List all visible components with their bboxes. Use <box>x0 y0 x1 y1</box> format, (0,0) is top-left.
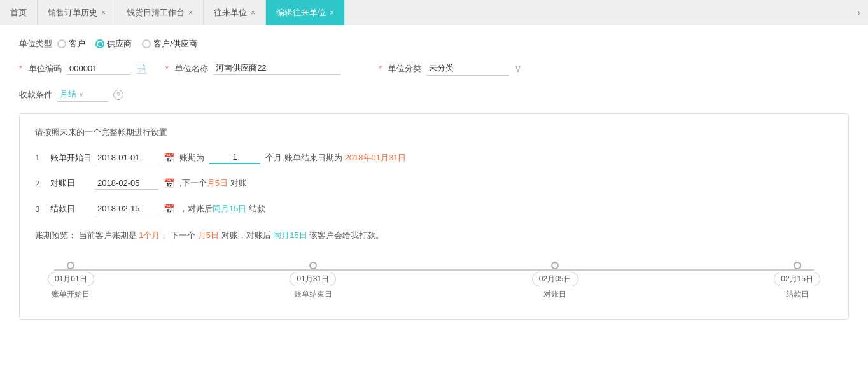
unit-type-field: 单位类型 客户 供应商 客户/供应商 <box>19 38 197 50</box>
unit-code-icon[interactable]: 📄 <box>136 64 146 74</box>
radio-customer-circle <box>57 39 66 48</box>
settle-row-3: 3 结款日 📅 ，对账后 同月15日 结款 <box>35 202 833 215</box>
timeline-dot-4 <box>794 262 801 269</box>
timeline-point-1: 01月01日 账单开始日 <box>48 262 94 300</box>
settlement-section: 请按照未来的一个完整帐期进行设置 1 账单开始日 📅 账期为 个月,账单结束日期… <box>19 113 849 320</box>
unit-code-label: 单位编码 <box>29 63 62 74</box>
timeline-sublabel-3: 对账日 <box>543 289 566 300</box>
preview-label: 账期预览： <box>35 230 76 240</box>
close-tab-edit-partner[interactable]: × <box>330 8 334 17</box>
settle-label-3: 结款日 <box>50 203 95 215</box>
unit-info-row: * 单位编码 📄 * 单位名称 * 单位分类 未分类 ∨ <box>19 61 849 76</box>
unit-category-value: 未分类 <box>429 62 454 74</box>
timeline-sublabel-4: 结款日 <box>786 289 809 300</box>
settle-row-2: 2 对账日 📅 ,下一个 月5日 对账 <box>35 177 833 190</box>
settle-label-2: 对账日 <box>50 178 95 189</box>
timeline-sublabel-1: 账单开始日 <box>52 289 90 300</box>
preview-text-1: 当前客户账期是 <box>79 230 137 240</box>
settle-date-input-1[interactable] <box>95 151 158 164</box>
tab-cash-work[interactable]: 钱货日清工作台 × <box>116 0 204 25</box>
close-tab-sales-history[interactable]: × <box>101 8 106 17</box>
settle-cal-icon-2[interactable]: 📅 <box>164 178 174 188</box>
timeline-container: 01月01日 账单开始日 01月31日 账单结束日 02月05日 对账日 <box>35 255 833 306</box>
unit-type-label: 单位类型 <box>19 38 52 50</box>
payment-term-value: 月结 <box>60 88 76 100</box>
main-content: 单位类型 客户 供应商 客户/供应商 * 单位编码 <box>0 25 868 387</box>
settle-date-input-2[interactable] <box>95 177 158 190</box>
unit-code-input[interactable] <box>67 62 130 75</box>
unit-category-label: 单位分类 <box>388 63 421 74</box>
help-icon[interactable]: ? <box>113 90 123 100</box>
timeline-point-4: 02月15日 结款日 <box>774 262 820 300</box>
unit-name-label: 单位名称 <box>175 63 208 74</box>
settle-prefix-2: ,下一个 <box>179 178 207 189</box>
settle-highlight-1: 2018年01月31日 <box>345 152 407 164</box>
preview-text-4: 该客户会给我打款。 <box>309 230 384 240</box>
settle-highlight-2: 月5日 <box>207 178 228 189</box>
preview-highlight-1: 1个月， <box>139 230 168 240</box>
timeline-label-3: 02月05日 <box>532 272 578 286</box>
settle-date-input-3[interactable] <box>95 202 158 215</box>
preview-text-3: 对账，对账后 <box>221 230 271 240</box>
payment-term-select[interactable]: 月结 ∨ <box>57 87 108 102</box>
preview-highlight-2: 月5日 <box>198 230 219 240</box>
settle-prefix-3: ，对账后 <box>179 203 213 215</box>
radio-customer[interactable]: 客户 <box>57 38 85 50</box>
timeline-label-2: 01月31日 <box>290 272 336 286</box>
settle-highlight-3: 同月15日 <box>213 203 246 215</box>
preview-text-block: 账期预览： 当前客户账期是 1个月， 下一个 月5日 对账，对账后 同月15日 … <box>35 228 833 243</box>
tab-sales-history[interactable]: 销售订单历史 × <box>38 0 116 25</box>
timeline-point-3: 02月05日 对账日 <box>532 262 578 300</box>
preview-text-2: 下一个 <box>171 230 195 240</box>
radio-supplier-circle <box>95 39 104 48</box>
unit-name-input[interactable] <box>213 62 340 75</box>
settle-num-3: 3 <box>35 204 50 214</box>
radio-both[interactable]: 客户/供应商 <box>142 38 197 50</box>
payment-term-row: 收款条件 月结 ∨ ? <box>19 87 849 102</box>
close-tab-cash-work[interactable]: × <box>188 8 193 17</box>
settle-cal-icon-3[interactable]: 📅 <box>164 204 174 214</box>
settle-num-1: 1 <box>35 153 50 162</box>
tab-edit-partner[interactable]: 编辑往来单位 × <box>266 0 345 25</box>
tabs-bar: 首页 销售订单历史 × 钱货日清工作台 × 往来单位 × 编辑往来单位 × › <box>0 0 868 25</box>
tab-partner[interactable]: 往来单位 × <box>204 0 266 25</box>
settle-row-1: 1 账单开始日 📅 账期为 个月,账单结束日期为 2018年01月31日 <box>35 151 833 164</box>
timeline-sublabel-2: 账单结束日 <box>294 289 332 300</box>
close-tab-partner[interactable]: × <box>251 8 255 17</box>
timeline-point-2: 01月31日 账单结束日 <box>290 262 336 300</box>
unit-category-dropdown-arrow[interactable]: ∨ <box>514 62 522 74</box>
settle-cal-icon-1[interactable]: 📅 <box>164 153 174 163</box>
timeline-dot-3 <box>551 262 559 269</box>
tab-home[interactable]: 首页 <box>0 0 38 25</box>
payment-term-field: 收款条件 月结 ∨ ? <box>19 87 123 102</box>
settle-suffix-3: 结款 <box>249 203 265 215</box>
payment-term-dropdown-arrow: ∨ <box>79 91 83 98</box>
settle-num-2: 2 <box>35 179 50 188</box>
timeline-label-4: 02月15日 <box>774 272 820 286</box>
unit-name-field: * 单位名称 <box>165 62 340 75</box>
tabs-expand-button[interactable]: › <box>850 7 868 18</box>
settle-suffix-after-1: 个月,账单结束日期为 <box>265 152 342 164</box>
radio-supplier[interactable]: 供应商 <box>95 38 132 50</box>
unit-type-row: 单位类型 客户 供应商 客户/供应商 <box>19 38 849 50</box>
payment-term-label: 收款条件 <box>19 89 52 101</box>
unit-type-radio-group: 客户 供应商 客户/供应商 <box>57 38 197 50</box>
settle-suffix-before-1: 账期为 <box>179 152 204 164</box>
radio-both-circle <box>142 39 151 48</box>
settle-period-input[interactable] <box>209 151 260 164</box>
timeline-dot-2 <box>309 262 317 269</box>
settle-suffix-2: 对账 <box>230 178 247 189</box>
timeline-dot-1 <box>67 262 74 269</box>
section-title: 请按照未来的一个完整帐期进行设置 <box>35 127 833 138</box>
unit-code-field: * 单位编码 📄 <box>19 62 146 75</box>
timeline-points: 01月01日 账单开始日 01月31日 账单结束日 02月05日 对账日 <box>48 262 820 300</box>
unit-category-select[interactable]: 未分类 <box>426 61 509 76</box>
settle-label-1: 账单开始日 <box>50 152 95 164</box>
unit-category-field: * 单位分类 未分类 ∨ <box>379 61 522 76</box>
preview-highlight-3: 同月15日 <box>273 230 307 240</box>
timeline-label-1: 01月01日 <box>48 272 94 286</box>
